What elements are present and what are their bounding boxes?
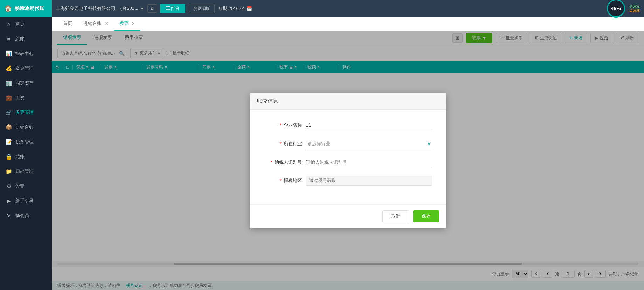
sidebar: 🏠 畅康通易代账 ⌂ 首页 ≡ 总账 📊 报表中心 💰 资金管理 🏢 固定资产 …	[0, 0, 52, 290]
speed-display: 49% ↑ 8.5K/s ↓ 2.6K/s	[607, 0, 640, 18]
sidebar-item-purchase[interactable]: 📦 进销台账	[0, 120, 52, 135]
sidebar-item-label: 发票管理	[15, 109, 34, 116]
industry-select-wrap: 请选择行业 ∨	[306, 139, 432, 149]
sidebar-item-archive[interactable]: 📁 归档管理	[0, 164, 52, 179]
form-row-company: * 企业名称	[264, 120, 432, 130]
form-row-taxid: * 纳税人识别号	[264, 157, 432, 167]
topbar: 上海卯金刀电子科技有限公司_（台201... ▼ ⧉ 工作台 切到旧版 账期 2…	[52, 0, 644, 17]
tax-id-input[interactable]	[306, 157, 432, 167]
tab-home[interactable]: 首页	[57, 17, 78, 31]
sidebar-item-settings[interactable]: ⚙ 设置	[0, 179, 52, 194]
sidebar-item-ledger[interactable]: ≡ 总账	[0, 32, 52, 46]
assets-icon: 🏢	[6, 80, 12, 86]
industry-select[interactable]: 请选择行业	[306, 139, 432, 149]
taxid-label: * 纳税人识别号	[264, 159, 306, 166]
member-icon: V	[6, 213, 12, 219]
sidebar-item-member[interactable]: V 畅会员	[0, 208, 52, 223]
sidebar-item-label: 归档管理	[15, 168, 34, 175]
tax-icon: 📝	[6, 139, 12, 145]
sidebar-item-label: 结账	[15, 154, 25, 160]
sidebar-item-home[interactable]: ⌂ 首页	[0, 17, 52, 32]
period-label: 账期	[218, 5, 227, 12]
sidebar-item-invoice[interactable]: 🛒 发票管理	[0, 105, 52, 120]
sidebar-item-label: 设置	[15, 183, 25, 189]
sidebar-item-close[interactable]: 🔒 结账	[0, 149, 52, 164]
save-button[interactable]: 保存	[413, 210, 439, 222]
workbench-btn[interactable]: 工作台	[160, 4, 185, 13]
required-star: *	[280, 178, 282, 183]
sidebar-item-label: 首页	[15, 21, 25, 27]
sidebar-item-label: 工资	[15, 95, 25, 101]
sidebar-item-label: 固定资产	[15, 80, 34, 86]
switch-old-btn[interactable]: 切到旧版	[189, 4, 215, 13]
dialog-title: 账套信息	[257, 98, 278, 104]
sidebar-item-salary[interactable]: 💼 工资	[0, 90, 52, 105]
form-row-taxregion: * 报税地区	[264, 176, 432, 186]
speed-up: ↑ 8.5K/s	[627, 5, 640, 8]
sidebar-item-label: 新手引导	[15, 198, 34, 204]
sidebar-item-label: 总账	[15, 36, 25, 42]
sidebar-item-finance[interactable]: 💰 资金管理	[0, 61, 52, 76]
topbar-right: 49% ↑ 8.5K/s ↓ 2.6K/s	[607, 0, 640, 18]
home-icon: ⌂	[6, 21, 12, 27]
tab-invoice-label: 发票	[119, 21, 129, 26]
tax-region-input	[306, 176, 432, 186]
close-icon: 🔒	[6, 154, 12, 160]
finance-icon: 💰	[6, 65, 12, 72]
cancel-button[interactable]: 取消	[382, 210, 409, 222]
app-logo: 🏠 畅康通易代账	[0, 0, 52, 17]
sidebar-item-label: 进销台账	[15, 124, 34, 130]
company-name: 上海卯金刀电子科技有限公司_（台201...	[56, 5, 138, 12]
sidebar-item-label: 报表中心	[15, 50, 34, 57]
tabbar: 首页 进销台账 ✕ 发票 ✕	[52, 17, 644, 31]
dialog: 账套信息 * 企业名称	[250, 93, 446, 228]
logo-text: 畅康通易代账	[15, 5, 44, 12]
speed-indicator: 49%	[607, 0, 625, 18]
invoice-icon: 🛒	[6, 109, 12, 116]
copy-btn[interactable]: ⧉	[147, 4, 157, 13]
settings-icon: ⚙	[6, 183, 12, 189]
content-area: 销项发票 进项发票 费用小票 ⊞ 取票 ▼	[52, 31, 644, 290]
sidebar-item-label: 畅会员	[15, 213, 29, 219]
dialog-header: 账套信息	[250, 93, 446, 110]
speed-down: ↓ 2.6K/s	[627, 8, 640, 12]
required-star: *	[280, 141, 282, 146]
speed-stats: ↑ 8.5K/s ↓ 2.6K/s	[627, 5, 640, 12]
tab-purchase[interactable]: 进销台账 ✕	[78, 17, 114, 31]
sidebar-item-guide[interactable]: ▶ 新手引导	[0, 194, 52, 208]
form-row-industry: * 所在行业 请选择行业 ∨	[264, 139, 432, 149]
company-name-input[interactable]	[306, 120, 432, 130]
sidebar-item-assets[interactable]: 🏢 固定资产	[0, 76, 52, 90]
tab-invoice[interactable]: 发票 ✕	[114, 17, 141, 31]
period-display: 账期 2016-01 📅	[218, 5, 252, 12]
company-selector[interactable]: 上海卯金刀电子科技有限公司_（台201... ▼	[56, 5, 144, 12]
required-star: *	[271, 160, 272, 165]
archive-icon: 📁	[6, 168, 12, 175]
sidebar-item-reports[interactable]: 📊 报表中心	[0, 46, 52, 61]
guide-icon: ▶	[6, 198, 12, 204]
dialog-footer: 取消 保存	[250, 204, 446, 228]
industry-chevron-down-icon: ∨	[427, 141, 431, 147]
period-value: 2016-01	[229, 6, 245, 11]
main-content: 上海卯金刀电子科技有限公司_（台201... ▼ ⧉ 工作台 切到旧版 账期 2…	[52, 0, 644, 290]
sidebar-item-label: 税务管理	[15, 139, 34, 145]
speed-percent: 49%	[611, 6, 621, 11]
tab-purchase-close-icon[interactable]: ✕	[105, 21, 108, 26]
dialog-overlay: 账套信息 * 企业名称	[52, 31, 644, 290]
logo-icon: 🏠	[4, 5, 12, 12]
sidebar-item-label: 资金管理	[15, 65, 34, 72]
tab-invoice-close-icon[interactable]: ✕	[132, 21, 135, 26]
ledger-icon: ≡	[6, 36, 12, 42]
required-star: *	[280, 122, 282, 128]
dialog-body: * 企业名称 * 所在行业	[250, 110, 446, 204]
chevron-down-icon: ▼	[140, 7, 144, 11]
reports-icon: 📊	[6, 50, 12, 57]
purchase-icon: 📦	[6, 124, 12, 130]
industry-label: * 所在行业	[264, 141, 306, 147]
calendar-icon[interactable]: 📅	[247, 6, 252, 11]
sidebar-item-tax[interactable]: 📝 税务管理	[0, 135, 52, 149]
salary-icon: 💼	[6, 95, 12, 101]
taxregion-label: * 报税地区	[264, 177, 306, 184]
tab-home-label: 首页	[63, 21, 72, 26]
tab-purchase-label: 进销台账	[83, 21, 102, 26]
